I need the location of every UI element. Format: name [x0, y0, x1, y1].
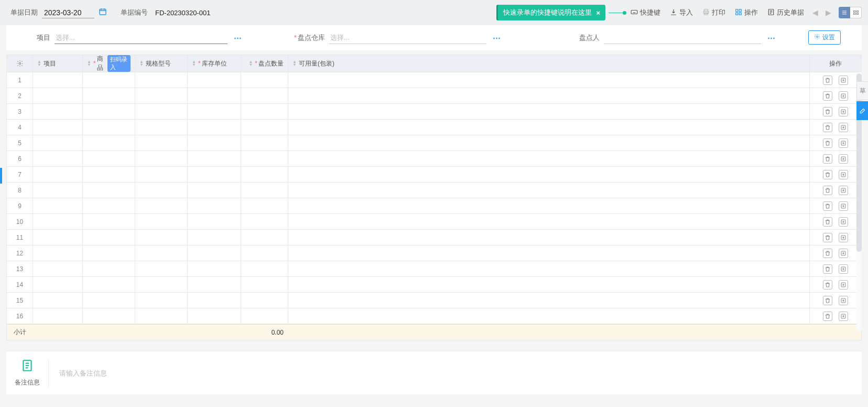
cell-unit[interactable] [188, 230, 241, 245]
cell-spec[interactable] [135, 214, 188, 229]
checker-more-icon[interactable]: ⋯ [767, 33, 776, 42]
delete-row-icon[interactable] [823, 107, 832, 116]
cell-available[interactable] [288, 151, 810, 166]
cell-project[interactable] [33, 183, 83, 198]
cell-product[interactable] [83, 88, 135, 103]
cell-project[interactable] [33, 198, 83, 213]
cell-product[interactable] [83, 261, 135, 276]
project-column-header[interactable]: ▲▼项目 [33, 55, 83, 72]
cell-count[interactable] [241, 261, 288, 276]
unit-column-header[interactable]: ▲▼*库存单位 [188, 55, 241, 72]
delete-row-icon[interactable] [823, 312, 832, 321]
add-row-icon[interactable] [839, 107, 848, 116]
add-row-icon[interactable] [839, 312, 848, 321]
add-row-icon[interactable] [839, 280, 848, 290]
cell-count[interactable] [241, 245, 288, 261]
cell-product[interactable] [83, 293, 135, 308]
cell-spec[interactable] [135, 293, 188, 308]
warehouse-input[interactable] [329, 31, 486, 44]
checker-input[interactable] [604, 31, 761, 44]
add-row-icon[interactable] [839, 123, 848, 132]
cell-product[interactable] [83, 277, 135, 292]
delete-row-icon[interactable] [823, 249, 832, 258]
side-tab-edit[interactable] [856, 101, 868, 120]
cell-unit[interactable] [188, 261, 241, 276]
cell-count[interactable] [241, 230, 288, 245]
add-row-icon[interactable] [839, 154, 848, 164]
print-button[interactable]: 打印 [699, 7, 729, 18]
add-row-icon[interactable] [839, 217, 848, 227]
count-column-header[interactable]: ▲▼*盘点数量 [241, 55, 288, 72]
cell-unit[interactable] [188, 308, 241, 324]
next-doc-arrow[interactable]: ▶ [823, 7, 833, 18]
project-more-icon[interactable]: ⋯ [234, 33, 242, 42]
cell-product[interactable] [83, 72, 135, 88]
cell-spec[interactable] [135, 72, 188, 88]
cell-project[interactable] [33, 245, 83, 261]
cell-project[interactable] [33, 72, 83, 88]
project-input[interactable] [55, 31, 227, 44]
delete-row-icon[interactable] [823, 201, 832, 211]
add-row-icon[interactable] [839, 186, 848, 195]
cell-available[interactable] [288, 135, 810, 151]
cell-project[interactable] [33, 151, 83, 166]
add-row-icon[interactable] [839, 76, 848, 85]
cell-project[interactable] [33, 230, 83, 245]
cell-count[interactable] [241, 120, 288, 135]
cell-project[interactable] [33, 135, 83, 151]
cell-available[interactable] [288, 198, 810, 213]
cell-count[interactable] [241, 167, 288, 182]
cell-unit[interactable] [188, 88, 241, 103]
prev-doc-arrow[interactable]: ◀ [810, 7, 820, 18]
add-row-icon[interactable] [839, 249, 848, 258]
date-input[interactable]: 2023-03-20 [42, 7, 94, 18]
card-view-button[interactable] [850, 7, 862, 18]
cell-available[interactable] [288, 120, 810, 135]
cell-spec[interactable] [135, 167, 188, 182]
cell-unit[interactable] [188, 183, 241, 198]
add-row-icon[interactable] [839, 91, 848, 101]
cell-spec[interactable] [135, 277, 188, 292]
cell-count[interactable] [241, 72, 288, 88]
add-row-icon[interactable] [839, 170, 848, 179]
cell-unit[interactable] [188, 135, 241, 151]
cell-spec[interactable] [135, 183, 188, 198]
spec-column-header[interactable]: ▲▼规格型号 [135, 55, 188, 72]
cell-available[interactable] [288, 245, 810, 261]
delete-row-icon[interactable] [823, 296, 832, 305]
cell-available[interactable] [288, 308, 810, 324]
cell-spec[interactable] [135, 198, 188, 213]
cell-count[interactable] [241, 308, 288, 324]
calendar-icon[interactable] [99, 7, 107, 18]
cell-unit[interactable] [188, 72, 241, 88]
cell-spec[interactable] [135, 104, 188, 119]
cell-product[interactable] [83, 245, 135, 261]
add-row-icon[interactable] [839, 296, 848, 305]
gear-column-header[interactable] [7, 55, 33, 72]
add-row-icon[interactable] [839, 201, 848, 211]
cell-spec[interactable] [135, 308, 188, 324]
cell-available[interactable] [288, 104, 810, 119]
cell-unit[interactable] [188, 245, 241, 261]
cell-unit[interactable] [188, 167, 241, 182]
cell-spec[interactable] [135, 245, 188, 261]
cell-unit[interactable] [188, 198, 241, 213]
cell-count[interactable] [241, 104, 288, 119]
cell-project[interactable] [33, 261, 83, 276]
cell-spec[interactable] [135, 151, 188, 166]
delete-row-icon[interactable] [823, 186, 832, 195]
cell-count[interactable] [241, 135, 288, 151]
cell-spec[interactable] [135, 88, 188, 103]
cell-spec[interactable] [135, 230, 188, 245]
cell-unit[interactable] [188, 104, 241, 119]
shortcut-button[interactable]: 快捷键 [627, 7, 664, 18]
cell-count[interactable] [241, 183, 288, 198]
cell-count[interactable] [241, 151, 288, 166]
delete-row-icon[interactable] [823, 264, 832, 274]
cell-available[interactable] [288, 230, 810, 245]
cell-product[interactable] [83, 308, 135, 324]
cell-count[interactable] [241, 214, 288, 229]
cell-product[interactable] [83, 167, 135, 182]
cell-count[interactable] [241, 198, 288, 213]
cell-available[interactable] [288, 167, 810, 182]
